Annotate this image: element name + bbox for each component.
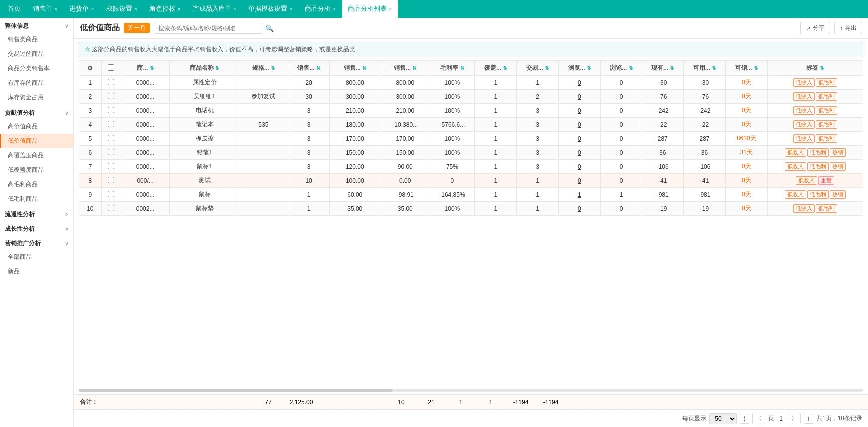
cell-browse1[interactable]: 1 (558, 188, 600, 202)
sidebar-item-0-0[interactable]: 销售类商品 (0, 32, 73, 47)
cell-browse1[interactable]: 0 (558, 174, 600, 188)
nav-close-产成品入库单[interactable]: × (233, 6, 236, 12)
sidebar-item-0-2[interactable]: 商品分类销售率 (0, 61, 73, 76)
cell-check[interactable] (101, 118, 121, 132)
row-checkbox-9[interactable] (108, 205, 114, 211)
search-input[interactable] (154, 23, 263, 34)
export-button[interactable]: ↑ 导出 (834, 22, 862, 34)
cell-check[interactable] (101, 188, 121, 202)
row-checkbox-2[interactable] (108, 107, 114, 113)
nav-item-权限设置[interactable]: 权限设置 × (100, 0, 143, 18)
search-icon[interactable]: 🔍 (265, 24, 274, 32)
table-row: 8 000/... 测试 10 100.00 0.00 0 1 1 0 0 -4… (79, 174, 863, 188)
first-page-btn[interactable]: ⟨ (740, 414, 749, 424)
col-header-gear[interactable]: ⚙ (79, 61, 102, 76)
sidebar-section-2[interactable]: 流通性分析> (0, 206, 73, 221)
nav-close-商品分析[interactable]: × (333, 6, 336, 12)
sidebar-section-4[interactable]: 营销推广分析∨ (0, 235, 73, 250)
select-all-checkbox[interactable] (108, 64, 114, 71)
cell-check[interactable] (101, 132, 121, 146)
cell-browse1[interactable]: 0 (558, 76, 600, 90)
sidebar-item-1-1[interactable]: 低价值商品 (0, 134, 73, 148)
nav-close-权限设置[interactable]: × (134, 6, 137, 12)
horizontal-scrollbar[interactable] (79, 389, 863, 392)
sidebar-item-1-0[interactable]: 高价值商品 (0, 119, 73, 134)
row-checkbox-6[interactable] (108, 163, 114, 169)
browse1-value[interactable]: 0 (578, 177, 581, 184)
sidebar-item-4-1[interactable]: 新品 (0, 264, 73, 279)
cell-check[interactable] (101, 76, 121, 90)
cell-browse1[interactable]: 0 (558, 90, 600, 104)
col-header-sales-amt: 销售... ⇅ (330, 61, 380, 76)
browse1-value[interactable]: 0 (578, 93, 581, 100)
cell-browse1[interactable]: 0 (558, 104, 600, 118)
share-button[interactable]: ↗ 分享 (800, 22, 830, 34)
browse1-value[interactable]: 0 (578, 79, 581, 86)
browse1-value[interactable]: 0 (578, 135, 581, 142)
sidebar-section-1[interactable]: 贡献值分析∨ (0, 105, 73, 119)
prev-page-btn[interactable]: 〈 (752, 413, 765, 424)
sidebar-toggle-2[interactable]: > (65, 212, 68, 217)
nav-item-商品分析[interactable]: 商品分析 × (299, 0, 342, 18)
row-checkbox-5[interactable] (108, 149, 114, 155)
cell-code: 0000... (121, 132, 170, 146)
nav-close-单据模板设置[interactable]: × (289, 6, 292, 12)
browse1-value[interactable]: 0 (578, 149, 581, 156)
row-checkbox-0[interactable] (108, 79, 114, 85)
nav-close-进货单[interactable]: × (91, 6, 94, 12)
nav-item-角色授权[interactable]: 角色授权 × (143, 0, 186, 18)
sidebar-item-1-4[interactable]: 高毛利商品 (0, 177, 73, 192)
nav-item-进货单[interactable]: 进货单 × (63, 0, 100, 18)
sidebar-item-1-5[interactable]: 低毛利商品 (0, 192, 73, 206)
sidebar-toggle-4[interactable]: ∨ (65, 241, 68, 246)
cell-check[interactable] (101, 174, 121, 188)
scrollbar-thumb[interactable] (79, 389, 393, 392)
cell-browse1[interactable]: 0 (558, 160, 600, 174)
row-checkbox-8[interactable] (108, 191, 114, 197)
sidebar-section-0[interactable]: 整体信息∨ (0, 18, 73, 32)
nav-item-产成品入库单[interactable]: 产成品入库单 × (187, 0, 242, 18)
last-page-btn[interactable]: ⟩ (804, 414, 813, 424)
browse1-value[interactable]: 0 (578, 121, 581, 128)
sidebar-item-1-3[interactable]: 低覆盖度商品 (0, 163, 73, 177)
cell-browse1[interactable]: 0 (558, 202, 600, 216)
nav-item-商品分析列表[interactable]: 商品分析列表 × (342, 0, 398, 18)
cell-browse1[interactable]: 0 (558, 118, 600, 132)
sidebar-toggle-3[interactable]: > (65, 226, 68, 232)
row-checkbox-3[interactable] (108, 121, 114, 127)
sidebar-item-1-2[interactable]: 高覆盖度商品 (0, 148, 73, 163)
sidebar-toggle-0[interactable]: ∨ (65, 23, 68, 29)
sidebar-item-0-3[interactable]: 有库存的商品 (0, 76, 73, 90)
browse1-value[interactable]: 1 (578, 191, 581, 198)
sidebar-item-4-0[interactable]: 全部商品 (0, 250, 73, 264)
sidebar-section-3[interactable]: 成长性分析> (0, 221, 73, 235)
nav-item-单据模板设置[interactable]: 单据模板设置 × (242, 0, 298, 18)
table-container[interactable]: ⚙ 商... ⇅ 商品名称 ⇅ 规格... ⇅ 销售... ⇅ 销售... ⇅ … (79, 60, 863, 389)
cell-check[interactable] (101, 146, 121, 160)
row-checkbox-7[interactable] (108, 177, 114, 183)
browse1-value[interactable]: 0 (578, 205, 581, 212)
cell-check[interactable] (101, 160, 121, 174)
sidebar-item-0-1[interactable]: 交易过的商品 (0, 47, 73, 61)
browse1-value[interactable]: 0 (578, 163, 581, 170)
per-page-select[interactable]: 50 100 200 (709, 413, 737, 424)
filter-button[interactable]: 近一月 (124, 23, 150, 33)
col-header-check[interactable] (101, 61, 121, 76)
nav-close-商品分析列表[interactable]: × (389, 6, 392, 12)
cell-check[interactable] (101, 90, 121, 104)
cell-check[interactable] (101, 104, 121, 118)
row-checkbox-4[interactable] (108, 135, 114, 141)
row-checkbox-1[interactable] (108, 93, 114, 99)
sidebar-item-0-4[interactable]: 库存资金占用 (0, 90, 73, 105)
cell-browse1[interactable]: 0 (558, 132, 600, 146)
browse1-value[interactable]: 0 (578, 107, 581, 114)
nav-item-销售单[interactable]: 销售单 × (27, 0, 63, 18)
cell-check[interactable] (101, 202, 121, 216)
sidebar-toggle-1[interactable]: ∨ (65, 110, 68, 116)
gear-icon[interactable]: ⚙ (87, 65, 93, 72)
nav-close-角色授权[interactable]: × (177, 6, 180, 12)
nav-item-首页[interactable]: 首页 (2, 0, 27, 18)
next-page-btn[interactable]: 〉 (788, 413, 801, 424)
cell-browse1[interactable]: 0 (558, 146, 600, 160)
nav-close-销售单[interactable]: × (54, 6, 57, 12)
